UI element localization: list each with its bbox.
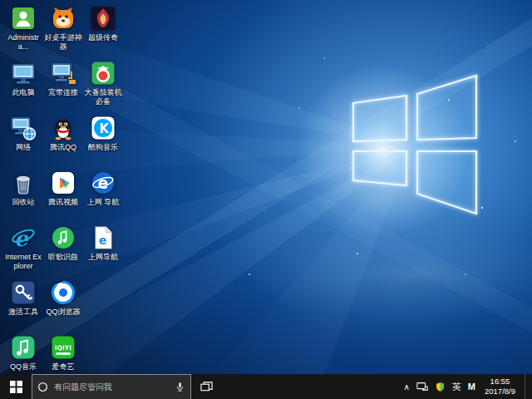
- desktop-icon-internet-explorer[interactable]: eInternet Explorer: [3, 224, 43, 271]
- ime-mode-indicator[interactable]: M: [468, 382, 475, 392]
- web-nav-1-icon: e: [90, 170, 116, 196]
- taskbar-search[interactable]: [32, 374, 191, 399]
- icon-label: Administra...: [3, 33, 43, 52]
- haozhuo-games-icon: [50, 5, 76, 32]
- cortana-icon: [37, 382, 48, 392]
- desktop-icon-tencent-qq[interactable]: 腾讯QQ: [43, 115, 83, 152]
- icon-label: 激活工具: [3, 308, 43, 317]
- this-pc-icon: [10, 60, 37, 86]
- tencent-video-icon: [50, 170, 76, 196]
- desktop-icon-administrator[interactable]: Administra...: [3, 5, 43, 52]
- kugou-music-icon: K: [90, 115, 116, 141]
- recycle-bin-icon: [10, 170, 37, 196]
- desktop-icon-kugou-music[interactable]: K酷狗音乐: [83, 115, 123, 152]
- desktop-icon-web-nav-2[interactable]: e上网导航: [83, 224, 123, 262]
- desktop-icon-web-nav-1[interactable]: e上网 导航: [83, 170, 123, 207]
- desktop-icon-network[interactable]: 网络: [3, 115, 43, 152]
- svg-text:iQIYI: iQIYI: [55, 344, 71, 352]
- show-desktop-button[interactable]: [525, 374, 529, 399]
- desktop-icon-qq-music[interactable]: QQ音乐: [3, 334, 43, 372]
- task-view-button[interactable]: [191, 374, 221, 399]
- icon-label: 上网 导航: [83, 198, 123, 207]
- search-input[interactable]: [52, 382, 170, 392]
- desktop-icon-qq-browser[interactable]: QQ浏览器: [43, 279, 83, 317]
- desktop[interactable]: Administra...好桌手游神器超级传奇此电脑宽带连接大番茄装机必备网络腾…: [0, 0, 532, 399]
- desktop-icon-big-tomato[interactable]: 大番茄装机必备: [83, 60, 123, 106]
- iqiyi-icon: iQIYI: [50, 334, 76, 361]
- network-icon[interactable]: [416, 381, 428, 392]
- clock-date: 2017/8/9: [485, 387, 515, 397]
- clock-time: 16:55: [485, 377, 515, 387]
- icon-label: Internet Explorer: [3, 253, 43, 271]
- icon-label: 腾讯视频: [43, 198, 83, 207]
- desktop-icon-super-legend[interactable]: 超级传奇: [83, 5, 123, 42]
- svg-text:e: e: [98, 174, 109, 192]
- icon-label: 超级传奇: [83, 33, 123, 42]
- internet-explorer-icon: e: [10, 224, 37, 251]
- task-view-icon: [200, 381, 213, 393]
- svg-text:K: K: [100, 121, 111, 136]
- windows-logo-icon: [10, 381, 22, 393]
- desktop-icon-iqiyi[interactable]: iQIYI爱奇艺: [43, 334, 83, 372]
- icon-label: 回收站: [3, 198, 43, 207]
- desktop-icon-this-pc[interactable]: 此电脑: [3, 60, 43, 97]
- desktop-icon-recycle-bin[interactable]: 回收站: [3, 170, 43, 207]
- microphone-icon[interactable]: [175, 382, 185, 392]
- qq-music-icon: [10, 334, 37, 361]
- icon-label: 此电脑: [3, 88, 43, 97]
- svg-text:e: e: [99, 234, 107, 247]
- web-nav-2-icon: e: [90, 224, 116, 251]
- broadband-icon: [50, 60, 76, 86]
- start-button[interactable]: [0, 374, 32, 399]
- desktop-icon-listen-song[interactable]: 听歌识曲: [43, 224, 83, 262]
- desktop-icon-tencent-video[interactable]: 腾讯视频: [43, 170, 83, 207]
- icon-label: 好桌手游神器: [43, 33, 83, 52]
- desktop-icon-broadband[interactable]: 宽带连接: [43, 60, 83, 97]
- super-legend-icon: [90, 5, 116, 32]
- icon-label: 听歌识曲: [43, 253, 83, 262]
- desktop-icon-activation-tool[interactable]: 激活工具: [3, 279, 43, 317]
- qq-browser-icon: [50, 279, 76, 306]
- big-tomato-icon: [90, 60, 116, 86]
- icon-label: 上网导航: [83, 253, 123, 262]
- hidden-icons-chevron[interactable]: ∧: [404, 382, 410, 392]
- icon-label: 酷狗音乐: [83, 143, 123, 152]
- listen-song-icon: [50, 224, 76, 251]
- icon-label: QQ浏览器: [43, 308, 83, 317]
- icon-label: 网络: [3, 143, 43, 152]
- system-tray: ∧ 英 M 16:55 2017/8/9: [399, 374, 532, 399]
- icon-label: 大番茄装机必备: [83, 88, 123, 106]
- desktop-icon-haozhuo-games[interactable]: 好桌手游神器: [43, 5, 83, 52]
- icon-label: 宽带连接: [43, 88, 83, 97]
- icon-label: QQ音乐: [3, 362, 43, 372]
- activation-tool-icon: [10, 279, 37, 306]
- network-icon: [10, 115, 37, 141]
- security-shield-icon[interactable]: [435, 382, 446, 392]
- taskbar-clock[interactable]: 16:55 2017/8/9: [482, 377, 518, 397]
- icon-label: 爱奇艺: [43, 362, 83, 372]
- input-language-indicator[interactable]: 英: [452, 381, 461, 393]
- icon-label: 腾讯QQ: [43, 143, 83, 152]
- taskbar: ∧ 英 M 16:55 2017/8/9: [0, 374, 532, 399]
- tencent-qq-icon: [50, 115, 76, 141]
- administrator-icon: [10, 5, 37, 32]
